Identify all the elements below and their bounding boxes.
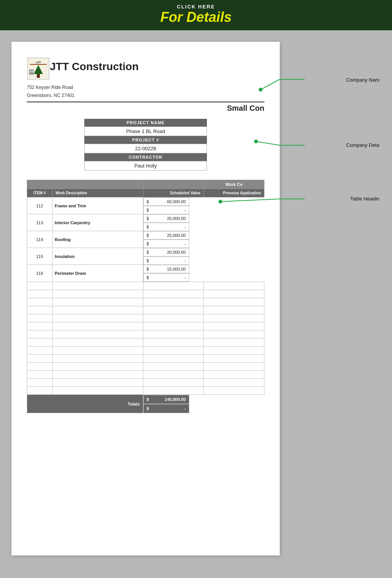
project-info-section: PROJECT NAME Phase 1 BL Road PROJECT # 2…: [84, 119, 207, 171]
table-row: 113 Interior Carpentry $20,000.00 $-: [27, 214, 264, 231]
data-table: Work Ce ITEM # Work Description Schedule…: [27, 180, 264, 414]
table-header-top: Work Ce: [27, 180, 264, 189]
svg-rect-7: [30, 71, 31, 72]
cell-item: 114: [27, 231, 52, 248]
th-empty-sched-top: [143, 180, 204, 189]
project-name-header: PROJECT NAME: [84, 119, 207, 126]
for-details-text: For Details: [0, 10, 392, 25]
svg-rect-2: [30, 64, 47, 65]
table-empty-row: [27, 298, 264, 306]
svg-rect-8: [32, 71, 33, 72]
table-empty-row: [27, 282, 264, 290]
document-area: JJT JTT Construction 752 Keyser Ride Roa…: [11, 42, 280, 555]
annotation-table-heading: Table Headin: [350, 195, 379, 202]
table-empty-row: [27, 370, 264, 378]
company-header: JJT JTT Construction: [27, 57, 264, 80]
annotation-company-name: Company Nam: [346, 76, 379, 83]
cell-sched: $15,000.00: [143, 265, 189, 273]
cell-item: 115: [27, 248, 52, 265]
table-empty-row: [27, 362, 264, 370]
cell-prev: $-: [143, 256, 189, 265]
doc-type-row: Small Con: [27, 104, 264, 113]
annotation-company-details: Company Deta: [346, 141, 379, 148]
top-banner[interactable]: CLICK HERE For Details: [0, 0, 392, 30]
divider: [27, 102, 264, 102]
table-empty-row: [27, 330, 264, 338]
bottom-area: [0, 567, 392, 578]
cell-desc: Perimeter Drain: [52, 265, 143, 282]
table-row: 115 Insulation $20,000.00 $-: [27, 248, 264, 265]
contractor-header: CONTRACTOR: [84, 153, 207, 161]
table-header-main: ITEM # Work Description Scheduled Value …: [27, 189, 264, 197]
table-empty-row: [27, 354, 264, 362]
right-panel: Company Nam Company Deta Table Headin: [280, 30, 383, 567]
cell-prev: $-: [143, 240, 189, 248]
table-empty-row: [27, 322, 264, 330]
cell-item: 112: [27, 197, 52, 214]
cell-desc: Roofing: [52, 231, 143, 248]
svg-rect-6: [29, 69, 34, 75]
company-address-1: 752 Keyser Ride Road: [27, 84, 264, 91]
th-empty-top: [27, 180, 143, 189]
project-name-value: Phase 1 BL Road: [84, 126, 207, 136]
svg-text:JJT: JJT: [36, 61, 41, 64]
cell-prev: $-: [143, 206, 189, 214]
project-number-value: 22-00228: [84, 144, 207, 153]
pushpin-decoration: [300, 575, 384, 578]
cell-prev: $-: [143, 273, 189, 282]
contractor-value: Paul Holly: [84, 161, 207, 171]
table-row: 114 Roofing $25,000.00 $-: [27, 231, 264, 248]
cell-desc: Interior Carpentry: [52, 214, 143, 231]
cell-sched: $25,000.00: [143, 231, 189, 240]
cell-desc: Insulation: [52, 248, 143, 265]
table-empty-row: [27, 386, 264, 394]
cell-prev: $-: [143, 223, 189, 231]
cell-desc: Frame and Trim: [52, 197, 143, 214]
table-empty-row: [27, 306, 264, 314]
th-sched: Scheduled Value: [143, 189, 204, 197]
table-empty-row: [27, 338, 264, 346]
table-empty-row: [27, 378, 264, 386]
click-here-text: CLICK HERE: [0, 4, 392, 10]
th-item: ITEM #: [27, 189, 52, 197]
table-row: 112 Frame and Trim $60,000.00 $-: [27, 197, 264, 214]
company-name-heading: JTT Construction: [50, 57, 139, 73]
th-prev: Prevoius Application: [204, 189, 264, 197]
company-address-2: Greensboro, NC 27401: [27, 92, 264, 99]
table-empty-row: [27, 346, 264, 354]
cell-sched: $20,000.00: [143, 214, 189, 223]
table-empty-row: [27, 314, 264, 322]
company-logo: JJT: [27, 57, 50, 80]
table-row: 116 Perimeter Drain $15,000.00 $-: [27, 265, 264, 282]
th-work-ce: Work Ce: [204, 180, 264, 189]
cell-sched: $20,000.00: [143, 248, 189, 256]
cell-sched: $60,000.00: [143, 197, 189, 206]
svg-rect-5: [37, 74, 40, 78]
table-empty-row: [27, 290, 264, 298]
cell-item: 113: [27, 214, 52, 231]
project-number-header: PROJECT #: [84, 136, 207, 144]
table-totals-row: Totals $140,000.00 $-: [27, 394, 264, 413]
cell-item: 116: [27, 265, 52, 282]
doc-type-label: Small Con: [227, 104, 264, 113]
th-desc: Work Description: [52, 189, 143, 197]
